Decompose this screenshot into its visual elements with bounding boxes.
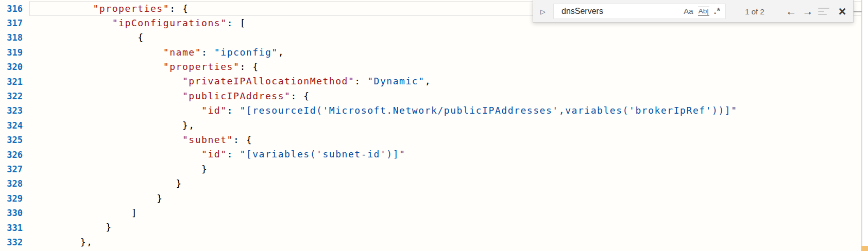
- code-line-330[interactable]: ]: [0, 206, 862, 220]
- match-case-icon[interactable]: Aa: [684, 7, 693, 15]
- overview-ruler-search-match-marker: [861, 246, 868, 251]
- close-icon: ×: [839, 4, 846, 19]
- json-string-value: "[resourceId('Microsoft.Network/publicIP…: [240, 105, 737, 116]
- json-punctuation: }: [176, 178, 182, 189]
- json-punctuation: : {: [240, 61, 259, 72]
- json-key: "ipConfigurations": [112, 17, 227, 28]
- json-key: "subnet": [182, 134, 233, 145]
- json-punctuation: :: [227, 105, 240, 116]
- json-punctuation: }: [157, 193, 163, 204]
- code-line-331[interactable]: }: [0, 220, 862, 235]
- find-in-selection-button[interactable]: [816, 0, 831, 23]
- code-line-327[interactable]: }: [0, 162, 862, 176]
- next-match-button[interactable]: →: [800, 0, 815, 23]
- code-line-325[interactable]: "subnet": {: [0, 133, 862, 147]
- json-punctuation: },: [80, 237, 93, 247]
- code-lines[interactable]: "properties": { "ipConfigurations": [ { …: [0, 2, 862, 250]
- code-line-319[interactable]: "name": "ipconfig",: [0, 45, 862, 60]
- json-punctuation: },: [182, 120, 195, 131]
- find-options: Aa Ab| .*: [684, 7, 725, 16]
- json-punctuation: ,: [425, 76, 431, 86]
- json-punctuation: }: [201, 164, 208, 174]
- scrollbar-track[interactable]: [862, 0, 868, 251]
- json-key: "id": [201, 149, 227, 159]
- code-line-332[interactable]: },: [0, 235, 862, 249]
- code-line-324[interactable]: },: [0, 118, 862, 133]
- code-line-329[interactable]: }: [0, 191, 862, 206]
- find-widget: ▷ Aa Ab| .* 1 of 2 ← → ×: [533, 0, 854, 23]
- json-key: "name": [163, 47, 201, 58]
- json-punctuation: {: [138, 32, 144, 43]
- code-line-318[interactable]: {: [0, 30, 862, 45]
- code-line-322[interactable]: "publicIPAddress": {: [0, 89, 862, 103]
- json-string-value: "ipconfig": [214, 47, 278, 58]
- code-line-321[interactable]: "privateIPAllocationMethod": "Dynamic",: [0, 74, 862, 88]
- json-punctuation: : [: [227, 17, 246, 28]
- code-line-328[interactable]: }: [0, 176, 862, 191]
- close-find-widget-button[interactable]: ×: [835, 0, 850, 23]
- code-line-320[interactable]: "properties": {: [0, 60, 862, 74]
- json-punctuation: ,: [278, 47, 284, 58]
- regex-icon[interactable]: .*: [714, 7, 721, 15]
- previous-match-button[interactable]: ←: [784, 0, 799, 23]
- json-key: "publicIPAddress": [182, 91, 291, 101]
- json-punctuation: :: [354, 76, 367, 86]
- match-count-label: 1 of 2: [739, 0, 771, 23]
- find-input-box: Aa Ab| .*: [553, 4, 726, 19]
- json-key: "properties": [163, 61, 240, 72]
- code-line-323[interactable]: "id": "[resourceId('Microsoft.Network/pu…: [0, 103, 862, 118]
- find-in-selection-icon: [818, 8, 829, 15]
- json-key: "id": [201, 105, 227, 116]
- json-punctuation: : {: [291, 91, 310, 101]
- json-punctuation: }: [106, 222, 112, 232]
- json-punctuation: ]: [131, 207, 138, 218]
- json-key: "privateIPAllocationMethod": [182, 76, 354, 86]
- json-punctuation: : {: [169, 3, 189, 14]
- overview-ruler-cursor-marker: [854, 11, 862, 12]
- toggle-replace-button[interactable]: ▷: [536, 0, 550, 23]
- code-line-326[interactable]: "id": "[variables('subnet-id')]": [0, 147, 862, 162]
- code-editor[interactable]: 3163173183193203213223233243253263273283…: [0, 0, 868, 251]
- json-punctuation: : {: [233, 134, 252, 145]
- chevron-right-icon: ▷: [540, 8, 546, 15]
- json-string-value: "Dynamic": [367, 76, 424, 86]
- find-input[interactable]: [554, 5, 684, 18]
- arrow-left-icon: ←: [786, 5, 797, 17]
- json-punctuation: :: [201, 47, 214, 58]
- json-string-value: "[variables('subnet-id')]": [240, 149, 405, 159]
- whole-word-icon[interactable]: Ab|: [698, 7, 709, 16]
- json-key: "properties": [93, 3, 169, 14]
- json-punctuation: :: [227, 149, 240, 159]
- arrow-right-icon: →: [803, 5, 813, 17]
